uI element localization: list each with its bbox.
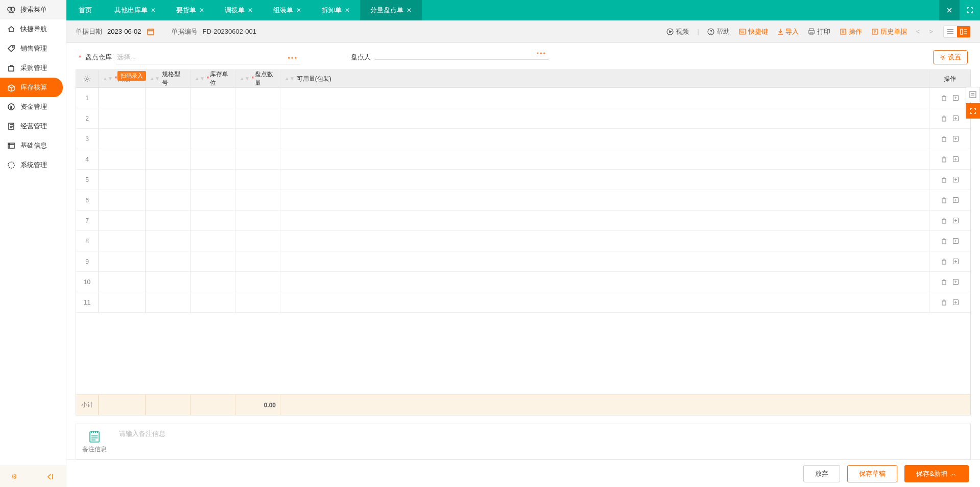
tab-close-icon[interactable]: ✕ <box>248 7 253 14</box>
table-row[interactable]: 11 <box>76 292 970 313</box>
cell-qty[interactable] <box>235 88 280 108</box>
tab-3[interactable]: 调拨单✕ <box>214 0 263 20</box>
sidebar-item-6[interactable]: 经营管理 <box>0 117 66 136</box>
cell-sku[interactable] <box>99 129 146 149</box>
table-row[interactable]: 5 <box>76 170 970 190</box>
cell-avail[interactable] <box>280 231 929 251</box>
cell-avail[interactable] <box>280 108 929 128</box>
row-delete-icon[interactable] <box>941 279 947 285</box>
tab-2[interactable]: 要货单✕ <box>166 0 214 20</box>
cell-qty[interactable] <box>235 149 280 169</box>
cell-avail[interactable] <box>280 211 929 230</box>
save-new-button[interactable]: 保存&新增︿ <box>904 465 969 482</box>
discard-button[interactable]: 放弃 <box>803 465 840 482</box>
cell-qty[interactable] <box>235 190 280 210</box>
tab-5[interactable]: 拆卸单✕ <box>312 0 360 20</box>
table-row[interactable]: 8 <box>76 231 970 251</box>
view-mode-card-icon[interactable] <box>957 26 970 37</box>
row-add-icon[interactable] <box>952 238 959 244</box>
sidebar-collapse-icon[interactable] <box>46 473 55 480</box>
col-sku[interactable]: ▲▼*商品扫码录入 <box>99 70 146 87</box>
cell-spec[interactable] <box>146 231 190 251</box>
row-add-icon[interactable] <box>952 156 959 163</box>
cell-spec[interactable] <box>146 88 190 108</box>
cell-spec[interactable] <box>146 272 190 292</box>
sidebar-item-1[interactable]: 快捷导航 <box>0 19 66 39</box>
cell-avail[interactable] <box>280 272 929 292</box>
cell-unit[interactable] <box>190 129 235 149</box>
action-video[interactable]: 视频 <box>664 27 691 36</box>
doc-date-value[interactable]: 2023-06-02 <box>107 28 141 35</box>
checker-input[interactable]: ••• <box>375 55 548 60</box>
cell-qty[interactable] <box>235 251 280 271</box>
calendar-icon[interactable] <box>147 28 155 36</box>
sidebar-item-3[interactable]: 采购管理 <box>0 58 66 78</box>
cell-sku[interactable] <box>99 88 146 108</box>
action-operate[interactable]: 操作 <box>838 27 864 36</box>
remark-textarea[interactable] <box>113 424 970 459</box>
cell-spec[interactable] <box>146 292 190 312</box>
warehouse-input[interactable]: 选择... ••• <box>116 51 300 64</box>
row-delete-icon[interactable] <box>941 217 947 224</box>
tab-close-icon[interactable]: ✕ <box>345 7 350 14</box>
row-add-icon[interactable] <box>952 135 959 142</box>
cell-unit[interactable] <box>190 231 235 251</box>
cell-avail[interactable] <box>280 292 929 312</box>
row-delete-icon[interactable] <box>941 197 947 203</box>
row-add-icon[interactable] <box>952 95 959 101</box>
cell-spec[interactable] <box>146 211 190 230</box>
cell-spec[interactable] <box>146 251 190 271</box>
tab-6[interactable]: 分量盘点单✕ <box>360 0 422 20</box>
cell-sku[interactable] <box>99 272 146 292</box>
cell-unit[interactable] <box>190 149 235 169</box>
cell-qty[interactable] <box>235 129 280 149</box>
table-row[interactable]: 7 <box>76 211 970 231</box>
cell-avail[interactable] <box>280 170 929 190</box>
sidebar-item-7[interactable]: 基础信息 <box>0 136 66 155</box>
cell-spec[interactable] <box>146 149 190 169</box>
cell-sku[interactable] <box>99 231 146 251</box>
cell-sku[interactable] <box>99 292 146 312</box>
cell-unit[interactable] <box>190 190 235 210</box>
table-row[interactable]: 6 <box>76 190 970 211</box>
cell-unit[interactable] <box>190 272 235 292</box>
warehouse-lookup-icon[interactable]: ••• <box>288 54 298 62</box>
row-add-icon[interactable] <box>952 279 959 285</box>
floating-detail-icon[interactable] <box>966 87 980 102</box>
col-qty[interactable]: ▲▼*盘点数量 <box>235 70 280 87</box>
save-draft-button[interactable]: 保存草稿 <box>847 465 897 482</box>
row-delete-icon[interactable] <box>941 115 947 122</box>
table-row[interactable]: 4 <box>76 149 970 170</box>
cell-unit[interactable] <box>190 88 235 108</box>
sidebar-item-5[interactable]: 资金管理 <box>0 97 66 117</box>
row-add-icon[interactable] <box>952 299 959 306</box>
row-add-icon[interactable] <box>952 115 959 122</box>
col-unit[interactable]: ▲▼*库存单位 <box>190 70 235 87</box>
cell-qty[interactable] <box>235 231 280 251</box>
cell-avail[interactable] <box>280 88 929 108</box>
cell-avail[interactable] <box>280 251 929 271</box>
cell-qty[interactable] <box>235 272 280 292</box>
sidebar-item-0[interactable]: 搜索菜单 <box>0 0 66 19</box>
view-mode-list-icon[interactable] <box>944 26 957 37</box>
cell-spec[interactable] <box>146 190 190 210</box>
cell-unit[interactable] <box>190 292 235 312</box>
settings-button[interactable]: 设置 <box>933 50 968 64</box>
col-avail[interactable]: ▲▼可用量(包装) <box>280 70 929 87</box>
cell-unit[interactable] <box>190 108 235 128</box>
tab-close-icon[interactable]: ✕ <box>199 7 204 14</box>
scan-badge[interactable]: 扫码录入 <box>117 71 146 81</box>
sidebar-item-2[interactable]: 销售管理 <box>0 39 66 58</box>
col-gear[interactable] <box>76 70 99 87</box>
history-next-icon[interactable]: > <box>927 28 935 35</box>
cell-avail[interactable] <box>280 149 929 169</box>
row-delete-icon[interactable] <box>941 135 947 142</box>
cell-spec[interactable] <box>146 129 190 149</box>
action-print[interactable]: 打印 <box>806 27 832 36</box>
row-delete-icon[interactable] <box>941 156 947 163</box>
cell-sku[interactable] <box>99 251 146 271</box>
table-row[interactable]: 3 <box>76 129 970 149</box>
row-add-icon[interactable] <box>952 258 959 265</box>
tab-close-icon[interactable]: ✕ <box>296 7 301 14</box>
table-row[interactable]: 10 <box>76 272 970 292</box>
